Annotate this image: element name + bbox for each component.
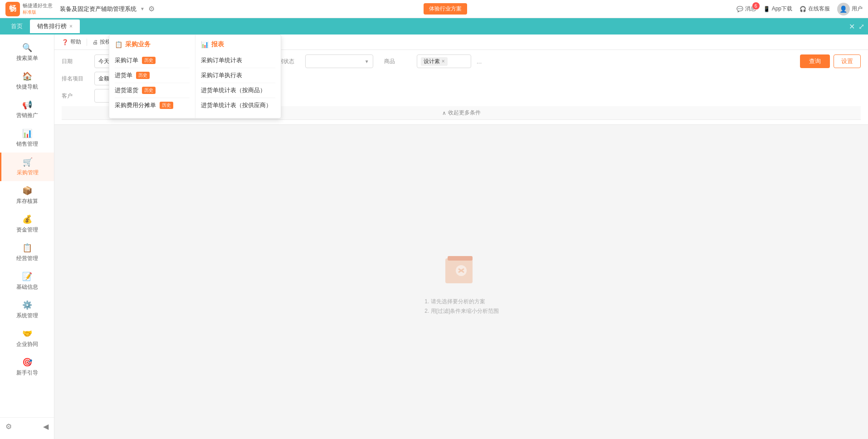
purchase-return-label: 进货退货	[115, 86, 138, 94]
brand-text: 畅捷通好生意 标准版	[23, 2, 53, 15]
sidebar-label-marketing: 营销推广	[16, 112, 38, 119]
empty-illustration	[439, 247, 484, 292]
nav-actions: ✕ ⤢	[849, 22, 864, 31]
messages-badge: 6	[752, 2, 760, 10]
sidebar-item-purchase[interactable]: 🛒 采购管理	[0, 153, 54, 181]
goods-select[interactable]: 设计素 ×	[417, 54, 471, 68]
sidebar-item-inventory[interactable]: 📦 库存核算	[0, 181, 54, 210]
purchase-cost-item[interactable]: 采购费用分摊单 历史	[115, 98, 190, 113]
query-btn[interactable]: 查询	[800, 54, 830, 68]
maximize-icon[interactable]: ⤢	[858, 22, 864, 31]
customer-label: 客户	[62, 92, 89, 100]
close-window-icon[interactable]: ✕	[849, 22, 855, 31]
marketing-icon: 📢	[22, 100, 32, 110]
tab-sales-rank[interactable]: 销售排行榜 ×	[30, 20, 80, 33]
purchase-cost-history-badge: 历史	[160, 102, 173, 109]
purchase-stock-label: 进货单	[115, 71, 132, 79]
sidebar-item-marketing[interactable]: 📢 营销推广	[0, 95, 54, 124]
purchase-order-item[interactable]: 采购订单 历史	[115, 53, 190, 68]
basic-icon: 📝	[22, 271, 32, 281]
content-area: 📋 采购业务 采购订单 历史 进货单 历史 进货退货 历史 采购费用分摊单	[54, 35, 868, 439]
sidebar-label-capital: 资金管理	[16, 226, 38, 234]
collapse-up-icon: ∧	[442, 110, 446, 116]
tab-close-icon[interactable]: ×	[69, 23, 73, 30]
empty-state: 请先选择要分析的方案 用[过滤]条件来缩小分析范围	[54, 125, 868, 439]
goods-tag-close-icon[interactable]: ×	[442, 58, 445, 64]
sidebar-label-search: 搜索菜单	[16, 54, 38, 62]
filter-actions: 查询 设置	[800, 54, 861, 68]
beginner-icon: 🎯	[22, 357, 32, 367]
sidebar-settings-icon[interactable]: ⚙	[5, 422, 12, 431]
svg-rect-1	[448, 256, 473, 261]
toolbar-divider-1	[87, 39, 87, 46]
purchase-stock-item[interactable]: 进货单 历史	[115, 68, 190, 83]
sidebar-collapse-icon[interactable]: ◀	[43, 422, 49, 431]
purchase-order-stats-item[interactable]: 采购订单统计表	[201, 53, 276, 68]
purchase-dropdown-menu: 📋 采购业务 采购订单 历史 进货单 历史 进货退货 历史 采购费用分摊单	[109, 35, 281, 118]
inventory-icon: 📦	[22, 186, 32, 196]
sidebar-bottom: ⚙ ◀	[0, 417, 54, 435]
purchase-return-history-badge: 历史	[142, 87, 156, 94]
reports-col: 📊 报表 采购订单统计表 采购订单执行表 进货单统计表（按商品） 进货单统计表（…	[195, 35, 281, 118]
home-icon: 🏠	[22, 71, 32, 81]
sidebar-item-basic[interactable]: 📝 基础信息	[0, 267, 54, 296]
app-download-btn[interactable]: 📱 App下载	[763, 5, 792, 13]
settings-btn[interactable]: 设置	[834, 54, 861, 68]
goods-label: 商品	[384, 58, 411, 65]
sidebar: 🔍 搜索菜单 🏠 快捷导航 📢 营销推广 📊 销售管理 🛒 采购管理 📦 库存核…	[0, 35, 54, 439]
system-icon: ⚙️	[22, 300, 32, 310]
sidebar-item-beginner[interactable]: 🎯 新手引导	[0, 353, 54, 381]
phone-icon: 📱	[763, 6, 770, 12]
system-title-dropdown-icon[interactable]: ▼	[140, 6, 145, 11]
stock-stats-supplier-item[interactable]: 进货单统计表（按供应商）	[201, 98, 276, 113]
sidebar-label-purchase: 采购管理	[17, 169, 39, 177]
operation-icon: 📋	[22, 243, 32, 253]
help-btn[interactable]: ❓ 帮助	[62, 38, 81, 46]
search-icon: 🔍	[22, 43, 32, 53]
sidebar-label-operation: 经营管理	[16, 255, 38, 262]
date-label: 日期	[62, 58, 89, 65]
topbar-settings-icon[interactable]: ⚙	[148, 5, 155, 13]
message-icon: 💬	[736, 6, 743, 12]
sidebar-item-search[interactable]: 🔍 搜索菜单	[0, 38, 54, 67]
online-service-btn[interactable]: 🎧 在线客服	[800, 5, 830, 13]
sidebar-item-quick-nav[interactable]: 🏠 快捷导航	[0, 67, 54, 95]
help-icon: ❓	[62, 39, 68, 45]
empty-hint-1: 请先选择要分析的方案	[431, 298, 499, 306]
tab-home[interactable]: 首页	[4, 20, 30, 33]
purchase-return-item[interactable]: 进货退货 历史	[115, 83, 190, 98]
brand-icon: 畅	[5, 2, 20, 16]
industry-btn[interactable]: 体验行业方案	[424, 3, 467, 15]
sidebar-item-operation[interactable]: 📋 经营管理	[0, 238, 54, 267]
rank-label: 排名项目	[62, 75, 89, 83]
goods-more-icon[interactable]: ...	[477, 58, 482, 65]
sales-icon: 📊	[22, 128, 32, 138]
topbar-right: 💬 消息 6 📱 App下载 🎧 在线客服 👤 用户	[736, 3, 863, 15]
stock-stats-goods-item[interactable]: 进货单统计表（按商品）	[201, 83, 276, 98]
purchase-stock-history-badge: 历史	[136, 72, 150, 79]
reports-title: 📊 报表	[201, 40, 276, 49]
brand: 畅 畅捷通好生意 标准版	[5, 2, 53, 16]
empty-hint-2: 用[过滤]条件来缩小分析范围	[431, 307, 499, 315]
headset-icon: 🎧	[800, 6, 806, 12]
purchase-business-icon: 📋	[115, 41, 122, 48]
enterprise-icon: 🤝	[22, 329, 32, 339]
reports-icon: 📊	[201, 41, 209, 48]
sidebar-label-quick-nav: 快捷导航	[16, 83, 38, 91]
avatar: 👤	[837, 3, 850, 15]
messages-btn[interactable]: 💬 消息 6	[736, 5, 756, 13]
status-select[interactable]: ▼	[305, 54, 373, 68]
sidebar-label-inventory: 库存核算	[16, 197, 38, 205]
user-btn[interactable]: 👤 用户	[837, 3, 863, 15]
purchase-order-exec-item[interactable]: 采购订单执行表	[201, 68, 276, 83]
purchase-order-history-badge: 历史	[142, 57, 156, 64]
purchase-business-title: 📋 采购业务	[115, 40, 190, 49]
sidebar-item-sales[interactable]: 📊 销售管理	[0, 124, 54, 153]
print-icon: 🖨	[93, 39, 98, 45]
sidebar-item-capital[interactable]: 💰 资金管理	[0, 210, 54, 238]
goods-tag: 设计素 ×	[421, 57, 448, 66]
sidebar-label-sales: 销售管理	[16, 140, 38, 148]
capital-icon: 💰	[22, 214, 32, 224]
sidebar-item-enterprise[interactable]: 🤝 企业协同	[0, 324, 54, 353]
sidebar-item-system[interactable]: ⚙️ 系统管理	[0, 296, 54, 324]
